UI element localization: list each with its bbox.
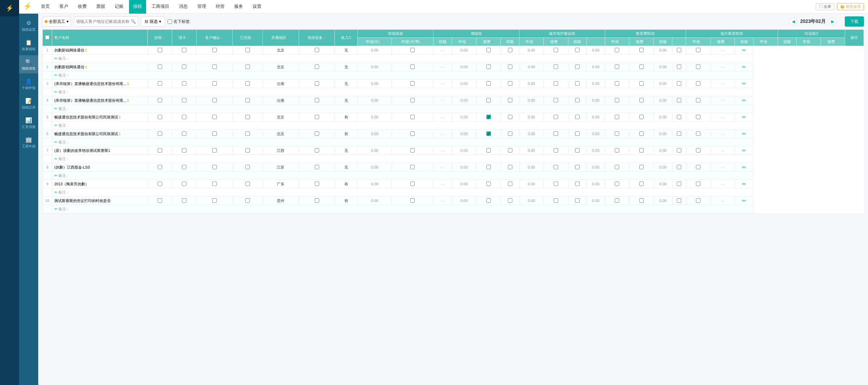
name-label-checkbox[interactable] (168, 19, 172, 24)
sidebar-tax-settings[interactable]: ⚙ 报税设置 (19, 16, 38, 34)
edu-pay-cb[interactable] (639, 98, 644, 102)
local-declare-cb[interactable] (677, 198, 681, 203)
clear-card-cb[interactable] (182, 98, 186, 102)
edit-icon[interactable]: ✏ (742, 198, 746, 203)
search-input[interactable] (76, 19, 131, 24)
local-declare-cb[interactable] (677, 182, 681, 186)
nav-business[interactable]: 工商项目 (147, 0, 173, 14)
clear-card-cb[interactable] (182, 182, 186, 186)
vat-declare-cb[interactable] (486, 148, 491, 153)
edit-icon[interactable]: ✏ (742, 81, 746, 86)
fin-year-cb[interactable] (410, 198, 415, 203)
confirm-cb[interactable] (212, 182, 217, 186)
edu-declare-cb[interactable] (615, 98, 619, 102)
vat-pay-cb[interactable] (508, 182, 512, 186)
city-declare-cb[interactable] (554, 131, 558, 136)
note-edit-icon[interactable]: ✏ (54, 56, 57, 60)
city-pay-cb[interactable] (575, 48, 580, 52)
edu-declare-cb[interactable] (615, 48, 619, 52)
tax-device-cb[interactable] (315, 115, 319, 119)
paid-cb[interactable] (245, 48, 250, 52)
vat-declare-cb[interactable] (486, 131, 491, 136)
nav-home[interactable]: 首页 (37, 0, 54, 14)
download-button[interactable]: 下载 (845, 16, 864, 27)
tax-device-cb[interactable] (315, 198, 319, 203)
confirm-cb[interactable] (212, 65, 217, 69)
paid-cb[interactable] (245, 165, 250, 169)
edu-declare-cb[interactable] (615, 81, 619, 86)
vat-pay-cb[interactable] (508, 65, 512, 69)
local-pay-cb[interactable] (696, 98, 700, 102)
note-edit-icon[interactable]: ✏ (54, 190, 57, 194)
city-declare-cb[interactable] (554, 48, 558, 52)
fin-year-cb[interactable] (410, 131, 415, 136)
tax-device-cb[interactable] (315, 182, 319, 186)
fin-year-cb[interactable] (410, 182, 415, 186)
confirm-cb[interactable] (212, 115, 217, 119)
edu-declare-cb[interactable] (615, 182, 619, 186)
tax-device-cb[interactable] (315, 48, 319, 52)
copy-tax-cb[interactable] (158, 131, 162, 136)
local-declare-cb[interactable] (677, 81, 681, 86)
clear-card-cb[interactable] (182, 148, 186, 153)
fin-year-cb[interactable] (410, 65, 415, 69)
fin-year-cb[interactable] (410, 81, 415, 86)
city-declare-cb[interactable] (554, 98, 558, 102)
edit-icon[interactable]: ✏ (742, 131, 746, 137)
sidebar-tax-browse[interactable]: 🔍 报税浏览 (19, 55, 38, 73)
copy-tax-cb[interactable] (158, 182, 162, 186)
confirm-cb[interactable] (212, 148, 217, 153)
tax-device-cb[interactable] (315, 98, 319, 102)
city-pay-cb[interactable] (575, 148, 580, 153)
local-pay-cb[interactable] (696, 182, 700, 186)
clear-card-cb[interactable] (182, 81, 186, 86)
vat-declare-cb[interactable] (486, 115, 491, 119)
nav-manage[interactable]: 管理 (193, 0, 210, 14)
vat-declare-cb[interactable] (486, 198, 491, 203)
copy-tax-cb[interactable] (158, 81, 162, 86)
edit-icon[interactable]: ✏ (742, 148, 746, 153)
edu-pay-cb[interactable] (639, 165, 644, 169)
copy-tax-cb[interactable] (158, 165, 162, 169)
vat-pay-cb[interactable] (508, 198, 512, 203)
city-pay-cb[interactable] (575, 115, 580, 119)
city-declare-cb[interactable] (554, 65, 558, 69)
vat-declare-cb[interactable] (486, 65, 491, 69)
tax-device-cb[interactable] (315, 131, 319, 136)
nav-operation[interactable]: 经营 (212, 0, 229, 14)
local-pay-cb[interactable] (696, 198, 700, 203)
edit-icon[interactable]: ✏ (742, 114, 746, 120)
edu-pay-cb[interactable] (639, 81, 644, 86)
vat-pay-cb[interactable] (508, 98, 512, 102)
confirm-cb[interactable] (212, 198, 217, 203)
edu-declare-cb[interactable] (615, 131, 619, 136)
paid-cb[interactable] (245, 198, 250, 203)
clear-card-cb[interactable] (182, 48, 186, 52)
city-pay-cb[interactable] (575, 198, 580, 203)
clear-card-cb[interactable] (182, 115, 186, 119)
vat-pay-cb[interactable] (508, 148, 512, 153)
edu-declare-cb[interactable] (615, 148, 619, 153)
clear-card-cb[interactable] (182, 198, 186, 203)
note-edit-icon[interactable]: ✏ (54, 173, 57, 177)
employee-filter-select[interactable]: 全部员工 ▾ (42, 16, 71, 27)
fin-year-cb[interactable] (410, 98, 415, 102)
nav-settings[interactable]: 设置 (248, 0, 266, 14)
city-pay-cb[interactable] (575, 131, 580, 136)
fin-year-cb[interactable] (410, 148, 415, 153)
note-edit-icon[interactable]: ✏ (54, 140, 57, 144)
next-month-button[interactable]: ▶ (828, 17, 837, 26)
city-declare-cb[interactable] (554, 148, 558, 153)
local-declare-cb[interactable] (677, 165, 681, 169)
nav-tax[interactable]: 报税 (129, 0, 146, 14)
confirm-cb[interactable] (212, 81, 217, 86)
copy-tax-cb[interactable] (158, 198, 162, 203)
city-pay-cb[interactable] (575, 98, 580, 102)
nav-message[interactable]: 消息 (175, 0, 192, 14)
city-declare-cb[interactable] (554, 198, 558, 203)
confirm-cb[interactable] (212, 48, 217, 52)
prev-month-button[interactable]: ◀ (789, 17, 797, 26)
vat-declare-cb[interactable] (486, 81, 491, 86)
local-declare-cb[interactable] (677, 48, 681, 52)
edit-icon[interactable]: ✏ (742, 64, 746, 70)
